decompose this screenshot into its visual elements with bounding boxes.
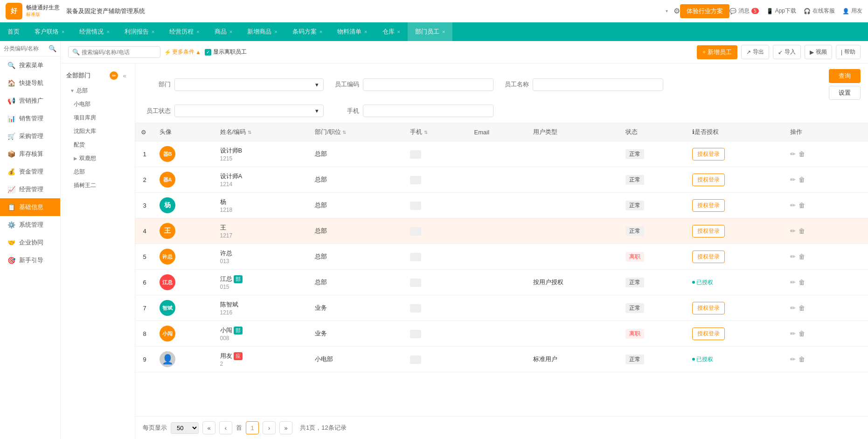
dept-node-总部[interactable]: 总部 [61,165,135,179]
edit-button[interactable]: ✏ [790,304,796,312]
tab-close-icon[interactable]: × [274,29,277,35]
sidebar-item-basic[interactable]: 📋基础信息 [0,198,60,216]
edit-button[interactable]: ✏ [790,355,796,363]
current-page[interactable]: 1 [246,421,259,434]
delete-button[interactable]: 🗑 [799,176,805,183]
col-phone[interactable]: 手机 ⇅ [404,123,469,141]
app-download-button[interactable]: 📱 App下载 [766,7,796,15]
page-size-select[interactable]: 50 20 100 [171,422,199,434]
delete-button[interactable]: 🗑 [799,202,805,209]
query-button[interactable]: 查询 [829,69,861,83]
tab-close-icon[interactable]: × [397,29,400,35]
tab-close-icon[interactable]: × [196,29,199,35]
system-dropdown-icon[interactable]: ▾ [666,8,668,14]
delete-button[interactable]: 🗑 [799,304,805,312]
dept-edit-btn[interactable]: ✏ [110,71,118,80]
sidebar-item-search[interactable]: 🔍搜索菜单 [0,56,60,74]
prev-page-button[interactable]: ‹ [219,421,232,434]
tab-close-icon[interactable]: × [106,29,109,35]
tab-close-icon[interactable]: × [62,29,64,35]
auth-button[interactable]: 授权登录 [692,174,725,186]
dept-filter-select[interactable]: ▾ [174,78,324,91]
sidebar-item-sales[interactable]: 📊销售管理 [0,110,60,127]
edit-button[interactable]: ✏ [790,150,796,158]
nav-tab-条码方案[interactable]: 条码方案× [285,22,330,41]
nav-tab-利润报告[interactable]: 利润报告× [117,22,162,41]
user-button[interactable]: 👤 用友 [842,7,862,15]
emp-status-select[interactable]: ▾ [174,105,324,117]
help-button[interactable]: | 帮助 [836,45,861,59]
sidebar-item-finance[interactable]: 💰资金管理 [0,163,60,181]
tab-close-icon[interactable]: × [364,29,367,35]
nav-tab-经营情况[interactable]: 经营情况× [72,22,117,41]
sidebar-item-inventory[interactable]: 📦库存核算 [0,145,60,163]
nav-tab-仓库[interactable]: 仓库× [375,22,408,41]
dept-node-沈阳大库[interactable]: 沈阳大库 [61,125,135,138]
nav-tab-首页[interactable]: 首页 [0,22,27,41]
employee-search-box[interactable]: 🔍 [68,46,160,58]
employee-search-input[interactable] [82,49,156,56]
nav-tab-经营历程[interactable]: 经营历程× [162,22,207,41]
sidebar-item-cooperation[interactable]: 🤝企业协同 [0,234,60,251]
col-dept[interactable]: 部门/职位 ⇅ [309,123,404,141]
auth-button[interactable]: 授权登录 [692,225,725,237]
message-button[interactable]: 💬 消息 5 [729,7,759,15]
export-button[interactable]: ↗ 导出 [741,45,769,59]
dept-node-配货[interactable]: 配货 [61,138,135,152]
edit-button[interactable]: ✏ [790,279,796,286]
more-filter-button[interactable]: ⚡ 更多条件 ▲ [164,48,201,56]
dept-node-双鹿想[interactable]: ▶双鹿想 [61,152,135,165]
tab-close-icon[interactable]: × [229,29,232,35]
add-employee-button[interactable]: + 新增员工 [697,45,737,59]
auth-button[interactable]: 授权登录 [692,148,725,160]
edit-button[interactable]: ✏ [790,227,796,235]
edit-button[interactable]: ✏ [790,202,796,209]
auth-button[interactable]: 授权登录 [692,251,725,263]
phone-filter-input[interactable] [363,105,493,117]
tab-close-icon[interactable]: × [319,29,322,35]
dept-node-插树王二[interactable]: 插树王二 [61,179,135,192]
delete-button[interactable]: 🗑 [799,355,805,363]
sidebar-item-quicknav[interactable]: 🏠快捷导航 [0,74,60,92]
last-page-button[interactable]: » [279,421,292,434]
delete-button[interactable]: 🗑 [799,279,805,286]
nav-tab-新增商品[interactable]: 新增商品× [240,22,285,41]
next-page-button[interactable]: › [263,421,276,434]
sidebar-item-system[interactable]: ⚙️系统管理 [0,216,60,234]
dept-collapse-btn[interactable]: « [120,71,129,80]
sidebar-search-input[interactable] [4,45,49,52]
edit-button[interactable]: ✏ [790,253,796,260]
view-button[interactable]: ▶ 视频 [805,45,832,59]
dept-node-项目库房[interactable]: 项目库房 [61,111,135,125]
nav-tab-客户联络[interactable]: 客户联络× [27,22,72,41]
edit-button[interactable]: ✏ [790,330,796,337]
auth-button[interactable]: 授权登录 [692,199,725,212]
tab-close-icon[interactable]: × [442,29,445,35]
nav-tab-物料清单[interactable]: 物料清单× [330,22,375,41]
col-name[interactable]: 姓名/编码 ⇅ [215,123,310,141]
delete-button[interactable]: 🗑 [799,150,805,158]
emp-code-input[interactable] [363,78,493,91]
sidebar-item-operation[interactable]: 📈经营管理 [0,181,60,198]
nav-tab-部门员工[interactable]: 部门员工× [408,22,452,41]
experience-button[interactable]: 体验行业方案 [680,4,729,18]
tab-close-icon[interactable]: × [152,29,154,35]
nav-tab-商品[interactable]: 商品× [207,22,240,41]
auth-button[interactable]: 授权登录 [692,328,725,340]
sidebar-item-guide[interactable]: 🎯新手引导 [0,251,60,269]
sidebar-search-box[interactable]: 🔍 [0,41,60,56]
delete-button[interactable]: 🗑 [799,227,805,235]
dept-node-总部[interactable]: ▼总部 [61,84,135,98]
sidebar-item-purchase[interactable]: 🛒采购管理 [0,127,60,145]
delete-button[interactable]: 🗑 [799,330,805,337]
edit-button[interactable]: ✏ [790,176,796,183]
dept-node-小电部[interactable]: 小电部 [61,98,135,111]
sidebar-item-marketing[interactable]: 📢营销推广 [0,92,60,110]
first-page-button[interactable]: « [202,421,215,434]
auth-button[interactable]: 授权登录 [692,302,725,314]
reset-button[interactable]: 设置 [829,86,861,100]
online-service-button[interactable]: 🎧 在线客服 [804,7,835,15]
show-resigned-checkbox[interactable]: ✓ 显示离职员工 [205,48,247,56]
import-button[interactable]: ↙ 导入 [773,45,801,59]
delete-button[interactable]: 🗑 [799,253,805,260]
